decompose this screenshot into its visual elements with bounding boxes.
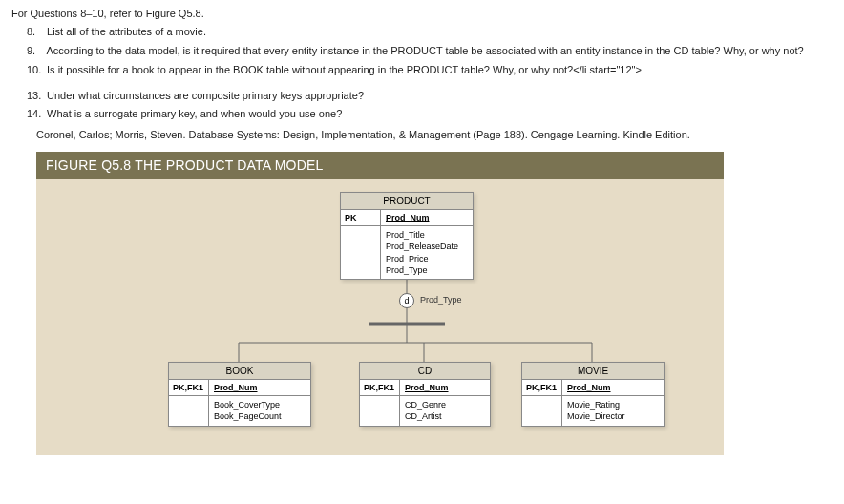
entity-title: MOVIE — [522, 363, 664, 380]
pk-attribute: Prod_Num — [214, 383, 258, 392]
citation-text: Coronel, Carlos; Morris, Steven. Databas… — [36, 129, 833, 140]
entity-attributes: Movie_Rating Movie_Director — [562, 396, 664, 425]
question-13: 13. Under what circumstances are composi… — [27, 89, 833, 103]
intro-text: For Questions 8–10, refer to Figure Q5.8… — [11, 8, 833, 19]
entity-title: BOOK — [169, 363, 310, 380]
question-14: 14. What is a surrogate primary key, and… — [27, 107, 833, 121]
pk-label: PK — [341, 210, 381, 225]
question-number: 13. — [27, 89, 44, 103]
entity-attributes: Prod_Title Prod_ReleaseDate Prod_Price P… — [381, 226, 473, 279]
figure-container: FIGURE Q5.8 THE PRODUCT DATA MODEL d Pro… — [36, 152, 724, 455]
question-text: Under what circumstances are composite p… — [47, 90, 364, 101]
pk-label: PK,FK1 — [522, 380, 562, 395]
entity-book: BOOK PK,FK1 Prod_Num Book_CoverType Book… — [168, 362, 311, 426]
question-list: 8. List all of the attributes of a movie… — [27, 25, 833, 121]
entity-cd: CD PK,FK1 Prod_Num CD_Genre CD_Artist — [359, 362, 491, 426]
question-text: What is a surrogate primary key, and whe… — [47, 108, 342, 119]
question-text: List all of the attributes of a movie. — [47, 26, 206, 37]
empty-key-col — [360, 396, 400, 425]
question-number: 14. — [27, 107, 44, 121]
entity-attributes: CD_Genre CD_Artist — [400, 396, 490, 425]
discriminator-label: Prod_Type — [420, 295, 462, 304]
question-9: 9. According to the data model, is it re… — [27, 44, 833, 58]
question-10: 10. Is it possible for a book to appear … — [27, 63, 833, 77]
figure-body: d Prod_Type PRODUCT PK Prod_Num Prod_Tit… — [36, 178, 724, 455]
question-text: According to the data model, is it requi… — [46, 45, 803, 56]
question-number: 10. — [27, 63, 44, 77]
pk-label: PK,FK1 — [169, 380, 209, 395]
question-text: Is it possible for a book to appear in t… — [47, 64, 642, 75]
entity-title: CD — [360, 363, 490, 380]
pk-attribute: Prod_Num — [567, 383, 611, 392]
empty-key-col — [169, 396, 209, 425]
question-8: 8. List all of the attributes of a movie… — [27, 25, 833, 39]
figure-title: FIGURE Q5.8 THE PRODUCT DATA MODEL — [36, 152, 724, 178]
question-number: 9. — [27, 44, 44, 58]
pk-attribute: Prod_Num — [405, 383, 449, 392]
entity-attributes: Book_CoverType Book_PageCount — [209, 396, 310, 425]
entity-title: PRODUCT — [341, 193, 473, 210]
entity-movie: MOVIE PK,FK1 Prod_Num Movie_Rating Movie… — [521, 362, 665, 426]
entity-product: PRODUCT PK Prod_Num Prod_Title Prod_Rele… — [340, 192, 474, 280]
pk-attribute: Prod_Num — [386, 213, 430, 222]
question-number: 8. — [27, 25, 44, 39]
empty-key-col — [522, 396, 562, 425]
empty-key-col — [341, 226, 381, 279]
discriminator-circle: d — [399, 293, 414, 308]
pk-label: PK,FK1 — [360, 380, 400, 395]
